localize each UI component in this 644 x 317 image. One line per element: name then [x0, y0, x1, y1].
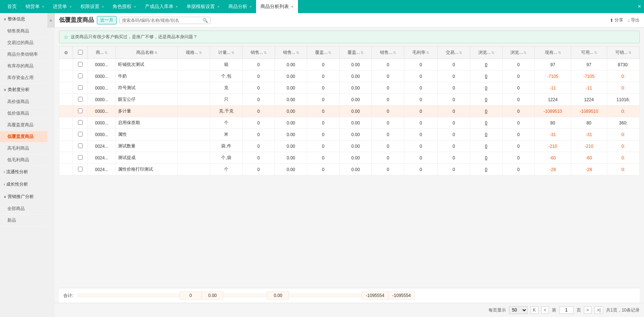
row-browse1[interactable]: 0 [470, 140, 502, 152]
column-trade[interactable]: 交易...⇅ [437, 47, 470, 59]
column-stock[interactable]: 现有...⇅ [535, 47, 571, 59]
search-icon[interactable]: 🔍 [203, 18, 208, 23]
row-gross: 0 [404, 129, 437, 140]
row-code: 0024... [87, 152, 115, 164]
column-settings[interactable]: ⚙ [59, 47, 73, 59]
total-label: 合计: [63, 293, 73, 299]
first-page-button[interactable]: K [530, 306, 538, 314]
row-checkbox[interactable] [73, 140, 88, 152]
sidebar-section-overall[interactable]: ∨ 整体信息 [0, 13, 47, 25]
prev-page-button[interactable]: < [541, 306, 549, 314]
per-page-select[interactable]: 50 20 100 [509, 306, 527, 314]
table-row: 0000... 启用保质期 个 0 0.00 0 0.00 0 0 0 0 0 … [59, 117, 640, 129]
nav-product-analysis[interactable]: 商品分析 × [224, 0, 256, 13]
close-icon[interactable]: × [217, 0, 219, 13]
nav-role-auth[interactable]: 角色授权 × [108, 0, 140, 13]
close-all-tabs-button[interactable]: × [638, 3, 641, 10]
nav-permissions[interactable]: 权限设置 × [76, 0, 108, 13]
row-trade: 0 [437, 129, 470, 140]
row-browse1[interactable]: 0 [470, 129, 502, 140]
sidebar-item-stock-goods[interactable]: 有库存的商品 [0, 60, 47, 72]
row-browse1[interactable]: 0 [470, 117, 502, 129]
row-browse1[interactable]: 0 [470, 82, 502, 94]
column-sales3[interactable]: 销售...⇅ [372, 47, 404, 59]
sidebar-item-high-value[interactable]: 高价值商品 [0, 96, 47, 108]
page-number-input[interactable] [559, 306, 574, 314]
search-input[interactable] [122, 18, 201, 23]
row-settings [59, 59, 73, 71]
column-available[interactable]: 可用...⇅ [571, 47, 607, 59]
column-checkbox[interactable] [73, 47, 88, 59]
sidebar-item-all-goods[interactable]: 全部商品 [0, 203, 47, 215]
close-icon[interactable]: × [291, 0, 293, 13]
sidebar-item-sales-goods[interactable]: 销售类商品 [0, 25, 47, 37]
sidebar-item-high-coverage[interactable]: 高覆盖度商品 [0, 119, 47, 131]
time-filter-button[interactable]: 近一月 [97, 16, 117, 24]
column-saleable[interactable]: 可销...⇅ [607, 47, 639, 59]
row-checkbox[interactable] [73, 152, 88, 164]
nav-product-analysis-list[interactable]: 商品分析列表 × [256, 0, 298, 13]
sidebar-item-high-margin[interactable]: 高毛利商品 [0, 143, 47, 154]
close-icon[interactable]: × [42, 0, 44, 13]
row-checkbox[interactable] [73, 82, 88, 94]
row-browse1[interactable]: 0 [470, 94, 502, 106]
total-placeholder2 [223, 294, 267, 297]
nav-sales-order[interactable]: 销货单 × [21, 0, 48, 13]
row-cover1: 0 [307, 106, 339, 117]
row-cover2: 0.00 [339, 129, 372, 140]
row-checkbox[interactable] [73, 129, 88, 140]
sidebar-item-low-coverage[interactable]: 低覆盖度商品 [0, 131, 47, 143]
sidebar-item-new-goods[interactable]: 新品 [0, 215, 47, 226]
column-cover2[interactable]: 覆盖...⇅ [339, 47, 372, 59]
share-button[interactable]: ⬆ 分享 [610, 17, 623, 23]
nav-template-settings[interactable]: 单据模板设置 × [182, 0, 224, 13]
row-browse1[interactable]: 0 [470, 59, 502, 71]
nav-product-inbound[interactable]: 产成品入库单 × [141, 0, 182, 13]
column-sales-qty[interactable]: 销售...⇅ [242, 47, 275, 59]
row-checkbox[interactable] [73, 106, 88, 117]
sidebar-collapse-button[interactable]: « [47, 13, 55, 28]
sidebar-item-low-value[interactable]: 低价值商品 [0, 108, 47, 119]
close-icon[interactable]: × [102, 0, 104, 13]
row-sales-amt: 0.00 [275, 140, 307, 152]
sidebar-item-low-margin[interactable]: 低毛利商品 [0, 154, 47, 166]
sidebar-wrapper: ∨ 整体信息 销售类商品 交易过的商品 商品分类动销率 有库存的商品 库存资金占… [0, 13, 55, 317]
column-name[interactable]: 商品名称⇅ [116, 47, 178, 59]
export-button[interactable]: ↓ 导出 [628, 17, 640, 23]
close-icon[interactable]: × [176, 0, 178, 13]
column-unit[interactable]: 计量...⇅ [210, 47, 243, 59]
sidebar-section-marketing[interactable]: ∨ 营销推广分析 [0, 191, 47, 203]
row-browse1[interactable]: 0 [470, 106, 502, 117]
row-checkbox[interactable] [73, 59, 88, 71]
row-checkbox[interactable] [73, 94, 88, 106]
next-page-button[interactable]: > [584, 306, 592, 314]
column-spec[interactable]: 规格...⇅ [178, 47, 210, 59]
close-icon[interactable]: × [69, 0, 71, 13]
row-checkbox[interactable] [73, 164, 88, 175]
close-icon[interactable]: × [250, 0, 252, 13]
sidebar-section-category[interactable]: ∨ 类射度分析 [0, 84, 47, 96]
column-browse2[interactable]: 浏览...⇅ [502, 47, 535, 59]
nav-home[interactable]: 首页 [3, 0, 21, 13]
select-all-checkbox[interactable] [78, 50, 83, 55]
sidebar-item-traded-goods[interactable]: 交易过的商品 [0, 37, 47, 49]
row-browse1[interactable]: 0 [470, 71, 502, 82]
nav-purchase-order[interactable]: 进货单 × [48, 0, 76, 13]
row-browse1[interactable]: 0 [470, 164, 502, 175]
last-page-button[interactable]: >| [594, 306, 603, 314]
sidebar-section-flow[interactable]: › 流通性分析 [0, 166, 47, 178]
row-browse1[interactable]: 0 [470, 152, 502, 164]
column-gross[interactable]: 毛利率⇅ [404, 47, 437, 59]
column-sales-amt[interactable]: 销售...⇅ [275, 47, 307, 59]
row-checkbox[interactable] [73, 117, 88, 129]
column-browse1[interactable]: 浏览...⇅ [470, 47, 502, 59]
row-sales3: 0 [372, 106, 404, 117]
sidebar-section-growth[interactable]: › 成长性分析 [0, 178, 47, 191]
column-cover1[interactable]: 覆盖...⇅ [307, 47, 339, 59]
close-icon[interactable]: × [134, 0, 136, 13]
row-checkbox[interactable] [73, 71, 88, 82]
sidebar-item-category-turnover[interactable]: 商品分类动销率 [0, 49, 47, 60]
row-trade: 0 [437, 164, 470, 175]
column-code[interactable]: 商...⇅ [87, 47, 115, 59]
sidebar-item-stock-capital[interactable]: 库存资金占用 [0, 72, 47, 84]
